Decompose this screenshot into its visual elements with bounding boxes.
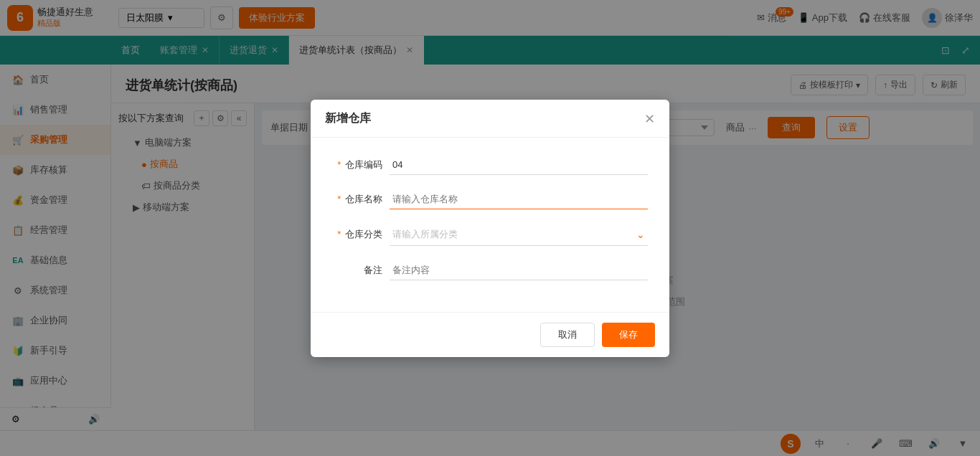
save-button[interactable]: 保存 xyxy=(602,323,655,347)
warehouse-name-label: * 仓库名称 xyxy=(332,193,382,206)
remark-label: 备注 xyxy=(332,264,382,277)
dialog-header: 新增仓库 ✕ xyxy=(311,100,669,138)
warehouse-name-input[interactable] xyxy=(390,189,648,209)
cancel-button[interactable]: 取消 xyxy=(540,323,595,347)
form-item-warehouse-name: * 仓库名称 xyxy=(332,189,648,209)
dialog-close-button[interactable]: ✕ xyxy=(644,111,655,127)
dialog-footer: 取消 保存 xyxy=(311,312,669,357)
warehouse-category-select[interactable]: 请输入所属分类 ⌄ xyxy=(390,224,648,246)
warehouse-code-label: * 仓库编码 xyxy=(332,158,382,171)
select-arrow-icon: ⌄ xyxy=(636,229,645,240)
form-item-warehouse-category: * 仓库分类 请输入所属分类 ⌄ xyxy=(332,224,648,246)
warehouse-category-label: * 仓库分类 xyxy=(332,228,382,241)
dialog-body: * 仓库编码 * 仓库名称 * 仓库分类 请输入所属 xyxy=(311,138,669,312)
warehouse-code-input[interactable] xyxy=(390,155,648,175)
dialog-overlay: 新增仓库 ✕ * 仓库编码 * 仓库名称 xyxy=(0,0,980,456)
dialog-title: 新增仓库 xyxy=(325,111,371,126)
form-item-warehouse-code: * 仓库编码 xyxy=(332,155,648,175)
form-item-remark: 备注 xyxy=(332,260,648,280)
add-warehouse-dialog: 新增仓库 ✕ * 仓库编码 * 仓库名称 xyxy=(311,100,669,357)
category-placeholder: 请输入所属分类 xyxy=(392,228,458,241)
remark-input[interactable] xyxy=(390,260,648,280)
